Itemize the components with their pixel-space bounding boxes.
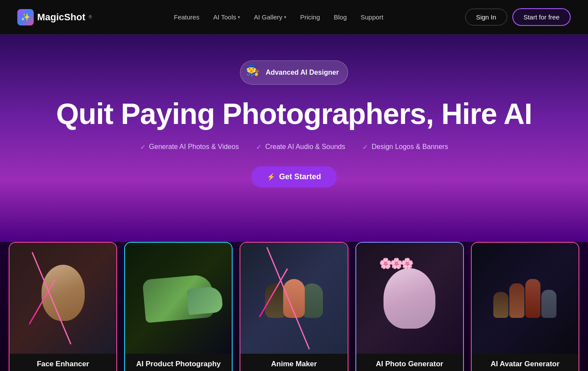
get-started-label: Get Started bbox=[279, 172, 321, 181]
check-icon-2: ✓ bbox=[256, 143, 262, 151]
avatar-fig-1 bbox=[493, 292, 508, 318]
flower-face-illustration bbox=[383, 268, 435, 329]
card-anime-title: Anime Maker bbox=[247, 360, 340, 368]
shoe-illustration bbox=[142, 274, 215, 323]
avatar-group bbox=[493, 279, 556, 318]
card-avatar-image bbox=[472, 243, 578, 354]
diagonal-line-face bbox=[10, 243, 116, 354]
hero-feature-1: ✓ Generate AI Photos & Videos bbox=[140, 143, 239, 151]
card-product-image bbox=[125, 243, 232, 354]
avatar-fig-2 bbox=[509, 283, 524, 318]
anime-group bbox=[265, 279, 323, 318]
avatar-fig-4 bbox=[541, 290, 556, 318]
hero-badge-text: Advanced AI Designer bbox=[265, 69, 339, 76]
nav-pricing[interactable]: Pricing bbox=[300, 13, 320, 21]
nav-support[interactable]: Support bbox=[361, 13, 383, 21]
chevron-down-icon: ▾ bbox=[238, 15, 240, 19]
logo[interactable]: ✨ MagicShot ® bbox=[17, 9, 92, 25]
card-face-enhancer: Face Enhancer Try Now → bbox=[9, 242, 117, 371]
hero-feature-3-text: Design Logos & Banners bbox=[371, 143, 448, 151]
card-face-title: Face Enhancer bbox=[16, 360, 109, 368]
get-started-button[interactable]: ⚡ Get Started bbox=[251, 166, 336, 187]
card-face-body: Face Enhancer Try Now → bbox=[10, 354, 116, 371]
nav-actions: Sign In Start for free bbox=[465, 8, 571, 26]
card-outer-avatar: AI Avatar Generator Try Now → bbox=[467, 242, 579, 371]
card-ai-avatar-generator: AI Avatar Generator Try Now → bbox=[471, 242, 579, 371]
anime-figure-2 bbox=[283, 279, 305, 318]
card-avatar-body: AI Avatar Generator Try Now → bbox=[472, 354, 578, 371]
cards-section: Face Enhancer Try Now → AI Product Photo… bbox=[0, 242, 588, 371]
card-anime-image bbox=[240, 243, 347, 354]
card-outer-product: AI Product Photography Try Now → bbox=[121, 242, 236, 371]
card-aiphoto-body: AI Photo Generator Try Now → bbox=[356, 354, 463, 371]
card-aiphoto-image bbox=[356, 243, 463, 354]
nav-ai-gallery[interactable]: AI Gallery ▾ bbox=[254, 13, 286, 21]
hero-title: Quit Paying Photographers, Hire AI bbox=[17, 98, 571, 130]
hero-section: 🧙 Advanced AI Designer Quit Paying Photo… bbox=[0, 35, 588, 242]
card-aiphoto-title: AI Photo Generator bbox=[363, 360, 456, 368]
card-outer-aiphoto: AI Photo Generator Try Now → bbox=[352, 242, 467, 371]
card-ai-photo-generator: AI Photo Generator Try Now → bbox=[355, 242, 464, 371]
nav-features[interactable]: Features bbox=[174, 13, 199, 21]
start-for-free-button[interactable]: Start for free bbox=[512, 8, 571, 26]
hero-feature-2: ✓ Create AI Audio & Sounds bbox=[256, 143, 345, 151]
card-outer-face: Face Enhancer Try Now → bbox=[9, 242, 121, 371]
nav-blog[interactable]: Blog bbox=[334, 13, 347, 21]
hero-feature-3: ✓ Design Logos & Banners bbox=[362, 143, 448, 151]
navbar: ✨ MagicShot ® Features AI Tools ▾ AI Gal… bbox=[0, 0, 588, 35]
check-icon-3: ✓ bbox=[362, 143, 368, 151]
logo-reg: ® bbox=[89, 15, 92, 19]
hero-features: ✓ Generate AI Photos & Videos ✓ Create A… bbox=[17, 143, 571, 151]
bolt-icon: ⚡ bbox=[267, 173, 275, 181]
avatar-fig-3 bbox=[525, 279, 540, 318]
card-face-image bbox=[10, 243, 116, 354]
card-anime-body: Anime Maker Try Now → bbox=[240, 354, 347, 371]
svg-line-0 bbox=[32, 253, 70, 343]
wizard-icon: 🧙 bbox=[243, 63, 261, 82]
hero-badge: 🧙 Advanced AI Designer bbox=[240, 60, 348, 85]
card-anime-maker: Anime Maker Try Now → bbox=[240, 242, 348, 371]
logo-text: MagicShot bbox=[37, 12, 85, 23]
card-avatar-title: AI Avatar Generator bbox=[479, 360, 572, 368]
nav-ai-tools[interactable]: AI Tools ▾ bbox=[213, 13, 240, 21]
cards-row: Face Enhancer Try Now → AI Product Photo… bbox=[0, 242, 588, 371]
hero-feature-2-text: Create AI Audio & Sounds bbox=[265, 143, 345, 151]
card-product-title: AI Product Photography bbox=[132, 360, 225, 368]
card-outer-anime: Anime Maker Try Now → bbox=[236, 242, 352, 371]
signin-button[interactable]: Sign In bbox=[465, 9, 507, 25]
check-icon-1: ✓ bbox=[140, 143, 146, 151]
card-product-photography: AI Product Photography Try Now → bbox=[124, 242, 233, 371]
hero-feature-1-text: Generate AI Photos & Videos bbox=[149, 143, 239, 151]
chevron-down-icon: ▾ bbox=[284, 15, 286, 19]
logo-icon: ✨ bbox=[17, 9, 34, 25]
card-product-body: AI Product Photography Try Now → bbox=[125, 354, 232, 371]
nav-links: Features AI Tools ▾ AI Gallery ▾ Pricing… bbox=[174, 13, 383, 21]
